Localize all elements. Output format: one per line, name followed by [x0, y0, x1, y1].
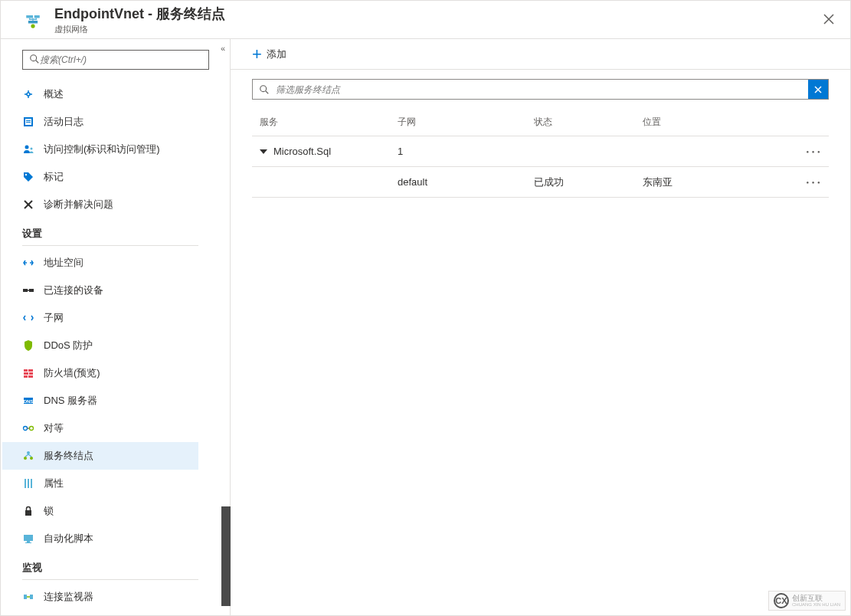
watermark: CX 创新互联 CHUANG XIN HU LIAN	[768, 591, 846, 611]
close-button[interactable]	[818, 8, 840, 30]
sidebar-item-label: 访问控制(标识和访问管理)	[44, 143, 160, 156]
sidebar-item-label: 连接监视器	[44, 590, 93, 604]
group-subnet-count: 1	[398, 146, 534, 157]
sidebar-item-activity-log[interactable]: 活动日志	[2, 108, 198, 136]
sidebar-item-label: DNS 服务器	[44, 394, 97, 408]
sidebar-item-label: 活动日志	[44, 115, 83, 129]
content-area: + 添加 服务 子网 状态 位置	[231, 39, 850, 615]
subnets-icon	[22, 312, 34, 324]
collapse-sidebar-button[interactable]: «	[221, 44, 225, 53]
sidebar-item-overview[interactable]: 概述	[2, 80, 198, 108]
clear-filter-button[interactable]	[808, 80, 828, 99]
svg-point-7	[25, 146, 29, 149]
sidebar-item-peering[interactable]: 对等	[2, 414, 198, 442]
sidebar-item-access-control[interactable]: 访问控制(标识和访问管理)	[2, 136, 198, 163]
table-row[interactable]: default 已成功 东南亚 ● ● ●	[252, 167, 829, 198]
sidebar-item-diagnose[interactable]: 诊断并解决问题	[2, 191, 198, 218]
row-actions-button[interactable]: ● ● ●	[798, 149, 829, 154]
filter-box[interactable]	[252, 79, 829, 100]
svg-rect-15	[24, 372, 28, 375]
sidebar-item-label: 子网	[44, 311, 64, 325]
overview-icon	[22, 88, 34, 100]
search-icon	[29, 54, 40, 67]
column-header-service[interactable]: 服务	[252, 116, 398, 129]
svg-rect-11	[23, 289, 28, 292]
row-actions-button[interactable]: ● ● ●	[798, 180, 829, 185]
sidebar-item-label: 标记	[44, 170, 64, 184]
filter-input[interactable]	[276, 84, 808, 95]
sidebar-search[interactable]	[22, 50, 209, 70]
svg-rect-26	[25, 479, 26, 488]
sidebar-item-label: 诊断并解决问题	[44, 198, 113, 211]
sidebar-item-connection-monitor[interactable]: 连接监视器	[2, 583, 198, 611]
add-button[interactable]: + 添加	[252, 46, 286, 63]
sidebar-item-label: 地址空间	[44, 256, 83, 270]
watermark-line1: 创新互联	[792, 594, 840, 602]
svg-rect-27	[28, 479, 29, 488]
sidebar-item-tags[interactable]: 标记	[2, 163, 198, 191]
access-control-icon	[22, 143, 34, 156]
group-service-name: Microsoft.Sql	[273, 146, 331, 157]
lock-icon	[22, 505, 34, 517]
sidebar-item-label: 服务终结点	[44, 449, 93, 463]
sidebar-item-label: 对等	[44, 421, 64, 435]
column-header-location[interactable]: 位置	[643, 116, 798, 129]
sidebar-item-dns[interactable]: DNS DNS 服务器	[2, 387, 198, 414]
service-endpoints-table: 服务 子网 状态 位置 Microsoft.Sql 1 ● ● ● defaul…	[231, 109, 850, 198]
firewall-icon	[22, 367, 34, 379]
svg-rect-32	[25, 542, 31, 543]
sidebar-item-ddos[interactable]: DDoS 防护	[2, 332, 198, 359]
svg-rect-31	[27, 541, 30, 542]
svg-rect-13	[24, 369, 28, 372]
sidebar-item-label: 属性	[44, 477, 64, 490]
sidebar-item-subnets[interactable]: 子网	[2, 304, 198, 332]
cell-status: 已成功	[534, 175, 643, 189]
sidebar-item-properties[interactable]: 属性	[2, 470, 198, 497]
sidebar-section-settings: 设置	[22, 218, 198, 246]
column-header-subnet[interactable]: 子网	[398, 116, 534, 129]
sidebar-search-input[interactable]	[40, 54, 202, 65]
sidebar-item-label: 防火墙(预览)	[44, 366, 100, 380]
column-header-status[interactable]: 状态	[534, 116, 643, 129]
table-group-row[interactable]: Microsoft.Sql 1 ● ● ●	[252, 136, 829, 167]
svg-rect-5	[26, 120, 31, 121]
sidebar-item-locks[interactable]: 锁	[2, 497, 198, 525]
automation-icon	[22, 532, 34, 545]
cell-subnet: default	[398, 176, 534, 188]
activity-log-icon	[22, 116, 34, 128]
sidebar-item-label: DDoS 防护	[44, 339, 93, 352]
svg-rect-33	[24, 595, 27, 599]
page-title: EndpointVnet - 服务终结点	[54, 5, 225, 23]
svg-rect-12	[29, 289, 34, 292]
sidebar-item-firewall[interactable]: 防火墙(预览)	[2, 359, 198, 387]
cell-location: 东南亚	[643, 175, 798, 189]
blade-header: EndpointVnet - 服务终结点 虚拟网络	[1, 1, 850, 39]
svg-point-25	[30, 457, 33, 460]
dns-icon: DNS	[22, 395, 34, 407]
sidebar-item-connected-devices[interactable]: 已连接的设备	[2, 277, 198, 304]
service-endpoints-icon	[22, 450, 34, 462]
sidebar-scrollbar[interactable]	[221, 506, 231, 606]
svg-rect-29	[25, 510, 31, 516]
connected-devices-icon	[22, 284, 34, 297]
ddos-icon	[22, 339, 34, 352]
sidebar-item-service-endpoints[interactable]: 服务终结点	[2, 442, 198, 470]
svg-rect-17	[24, 375, 28, 378]
svg-point-24	[24, 457, 27, 460]
sidebar-item-automation[interactable]: 自动化脚本	[2, 525, 198, 552]
sidebar-item-label: 锁	[44, 504, 54, 518]
svg-point-1	[31, 54, 37, 61]
sidebar-section-monitoring: 监视	[22, 552, 198, 580]
svg-rect-18	[28, 375, 33, 378]
search-icon	[253, 84, 276, 95]
plus-icon: +	[252, 46, 262, 63]
sidebar-item-address-space[interactable]: 地址空间	[2, 249, 198, 277]
address-space-icon	[22, 257, 34, 269]
svg-point-10	[27, 203, 30, 206]
sidebar-item-label: 概述	[44, 87, 64, 101]
connection-monitor-icon	[22, 591, 34, 603]
svg-rect-34	[30, 595, 33, 599]
svg-rect-30	[24, 535, 33, 541]
sidebar: « 概述 活动日志 访问控制(标识和访问管理) 标记 诊断并解决问题	[1, 39, 231, 615]
svg-point-0	[31, 24, 34, 28]
